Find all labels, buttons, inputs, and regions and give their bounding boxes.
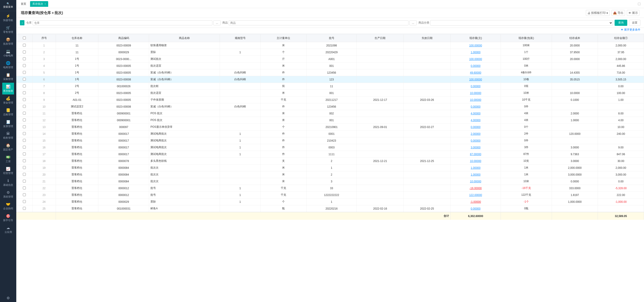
goods-input[interactable]	[229, 20, 408, 25]
maximize-button[interactable]: □	[638, 2, 642, 6]
row-qty-main[interactable]: 4.00000	[450, 117, 500, 124]
tab-home[interactable]: 首页	[18, 1, 29, 7]
table-row[interactable]: 4 1号 0023-00005 批次适宜 米 001 0.00000 0米 44…	[16, 63, 644, 69]
row-qty-main[interactable]: 0.00000	[450, 103, 500, 110]
sidebar-item-16[interactable]: 🤝企业协同	[2, 200, 14, 212]
row-checkbox[interactable]	[16, 42, 32, 49]
row-qty-main[interactable]: 0.00000	[450, 124, 500, 130]
row-checkbox[interactable]	[16, 199, 32, 205]
row-qty-main[interactable]: 1.00000	[450, 171, 500, 178]
table-row[interactable]: 25 晋客档仓 001000031 鲜鱼A 瓶 20220216 2022-02…	[16, 205, 644, 212]
row-qty-main[interactable]: -1.00000	[450, 199, 500, 205]
row-checkbox[interactable]	[16, 103, 32, 110]
row-checkbox[interactable]	[16, 130, 32, 137]
sidebar-item-7[interactable]: 💰资金管理	[2, 94, 14, 106]
row-checkbox[interactable]	[16, 178, 32, 185]
table-row[interactable]: 12 晋客档仓 000900001 POS 批次 米 001 4.00000 4…	[16, 117, 644, 124]
row-checkbox[interactable]	[16, 49, 32, 56]
table-row[interactable]: 15 晋客档仓 0000017 测试电商批次 1 件 210423 0.0000…	[16, 137, 644, 144]
table-row[interactable]: 19 晋客档仓 0000084 批次次 米 1 1.00000 1米 2,000…	[16, 165, 644, 171]
row-qty-main[interactable]: 10.00000	[450, 158, 500, 165]
sidebar-item-5[interactable]: 📋采购管理	[2, 71, 14, 83]
sidebar-item-18[interactable]: ☁云应用	[2, 224, 14, 236]
row-qty-main[interactable]: 87.00000	[450, 151, 500, 158]
row-checkbox[interactable]	[16, 192, 32, 199]
table-row[interactable]: 18 晋客档仓 0000078 多头黑色软线 支 2 2021-12-21 20…	[16, 158, 644, 165]
tab-active[interactable]: 库存批次 ×	[30, 1, 48, 7]
row-checkbox[interactable]	[16, 96, 32, 103]
expand-more-btn[interactable]: ▼ 展开更多条件	[621, 28, 640, 32]
row-checkbox[interactable]	[16, 76, 32, 83]
col-checkbox[interactable]	[16, 35, 32, 42]
export-button[interactable]: 📤 导出	[612, 10, 625, 16]
row-qty-main[interactable]: 0.00000	[450, 63, 500, 69]
row-checkbox[interactable]	[16, 69, 32, 76]
table-row[interactable]: 9 A01-01 0023-00005 子件保质期 千克 20211217 20…	[16, 96, 644, 103]
table-row[interactable]: 22 晋客档仓 0000012 批号 1 千克 33 -16.00000 -16…	[16, 185, 644, 192]
sidebar-item-0[interactable]: ⚡快捷导航	[2, 12, 14, 24]
table-row[interactable]: 21 晋客档仓 0000084 批次次 米 3 10.00000 10米 0.0…	[16, 178, 644, 185]
view-button[interactable]: 👁 展示	[627, 10, 640, 16]
warehouse-input[interactable]	[32, 20, 212, 25]
search-button[interactable]: 查询	[614, 20, 627, 26]
set-button[interactable]: 设置	[629, 20, 640, 26]
table-row[interactable]: 3 1号 0023-0000... 测试批次 斤 A001 100.00000 …	[16, 56, 644, 63]
sidebar-item-2[interactable]: 📦批发管理	[2, 36, 14, 47]
row-checkbox[interactable]	[16, 158, 32, 165]
sidebar-item-4[interactable]: 🌐电商管理	[2, 59, 14, 71]
row-checkbox[interactable]	[16, 110, 32, 117]
row-checkbox[interactable]	[16, 63, 32, 69]
row-qty-main[interactable]: 10.00000	[450, 178, 500, 185]
row-checkbox[interactable]	[16, 137, 32, 144]
row-checkbox[interactable]	[16, 90, 32, 96]
table-row[interactable]: 16 晋客档仓 0000017 测试电商批次 1 件 0003 3.00000 …	[16, 144, 644, 151]
sidebar-item-10[interactable]: 🏛税务管理	[2, 130, 14, 141]
table-row[interactable]: 8 2号 0023-00005 批次适宜 米 001 10.00000 10米 …	[16, 90, 644, 96]
goods-dots-btn[interactable]: ...	[410, 20, 417, 25]
table-row[interactable]: 10 测试适宜2 0023-00008 富减（白色/闷棉） 白色/闷棉 件 12…	[16, 103, 644, 110]
row-qty-main[interactable]: 10.00000	[450, 96, 500, 103]
table-row[interactable]: 11 晋客档仓 000900001 POS 批次 米 002 4.00000 4…	[16, 110, 644, 117]
row-qty-main[interactable]: 2.00000	[450, 130, 500, 137]
row-qty-main[interactable]: 49.60000	[450, 69, 500, 76]
row-qty-main[interactable]: 0.00000	[450, 205, 500, 212]
row-qty-main[interactable]: 122.00000	[450, 192, 500, 199]
row-qty-main[interactable]: 100.00000	[450, 56, 500, 63]
table-row[interactable]: 13 晋客档仓 000097 POS显示单倍异常 个 20210901 2021…	[16, 124, 644, 130]
row-checkbox[interactable]	[16, 171, 32, 178]
sidebar-item-11[interactable]: 🏠固定资产	[2, 141, 14, 153]
row-checkbox[interactable]	[16, 151, 32, 158]
row-qty-main[interactable]: 0.00000	[450, 137, 500, 144]
row-checkbox[interactable]	[16, 117, 32, 124]
sidebar-item-3[interactable]: 💻小验电商	[2, 47, 14, 59]
row-checkbox[interactable]	[16, 205, 32, 212]
sidebar-item-15[interactable]: ⚙系统管理	[2, 189, 14, 200]
table-row[interactable]: 2 11 0000029 景际 1 个 20220429 1.00000 1个 …	[16, 49, 644, 56]
sidebar-item-12[interactable]: 💵工资	[2, 153, 14, 165]
sidebar-item-6[interactable]: 📊库存核算	[2, 83, 14, 94]
table-row[interactable]: 14 晋客档仓 0000017 测试电商批次 1 件 0001 2.00000 …	[16, 130, 644, 137]
row-qty-main[interactable]: 1.00000	[450, 165, 500, 171]
print-button[interactable]: 🖨 按模板打印 ▾	[586, 10, 610, 16]
table-row[interactable]: 20 晋客档仓 0000084 批次次 米 2 1.00000 1米 3,000…	[16, 171, 644, 178]
select-all-checkbox[interactable]	[23, 37, 26, 39]
row-qty-main[interactable]: 10.00000	[450, 90, 500, 96]
sidebar-search[interactable]: 🔍 搜索菜单	[0, 0, 16, 11]
sidebar-settings[interactable]: ⚙	[0, 294, 16, 302]
table-row[interactable]: 24 晋客档仓 0000029 景际 1 个 1 -1.00000 -1个 1,…	[16, 199, 644, 205]
row-qty-main[interactable]: 1.00000	[450, 49, 500, 56]
table-row[interactable]: 17 晋客档仓 0000017 测试电商批次 1 件 1111 87.00000…	[16, 151, 644, 158]
row-checkbox[interactable]	[16, 124, 32, 130]
filter-nav-arrow[interactable]: ›	[20, 20, 24, 25]
table-row[interactable]: 1 11 0023-00009 软珠通用物资 米 2021098 100.000…	[16, 42, 644, 49]
row-qty-main[interactable]: 100.00000	[450, 76, 500, 83]
row-checkbox[interactable]	[16, 83, 32, 90]
sidebar-item-8[interactable]: 📒总账管理	[2, 106, 14, 118]
row-checkbox[interactable]	[16, 144, 32, 151]
table-row[interactable]: 7 2号 001000026 批次框 筒 11 0.00000 0筒 0.00	[16, 83, 644, 90]
table-row[interactable]: 6 1号 0023-00008 富减（白色/闷棉） 白色/闷棉 件 123 10…	[16, 76, 644, 83]
row-qty-main[interactable]: -16.00000	[450, 185, 500, 192]
sidebar-item-13[interactable]: 📈经营管理	[2, 165, 14, 177]
row-qty-main[interactable]: 100.00000	[450, 42, 500, 49]
sidebar-item-17[interactable]: 🎯新手引导	[2, 212, 14, 224]
